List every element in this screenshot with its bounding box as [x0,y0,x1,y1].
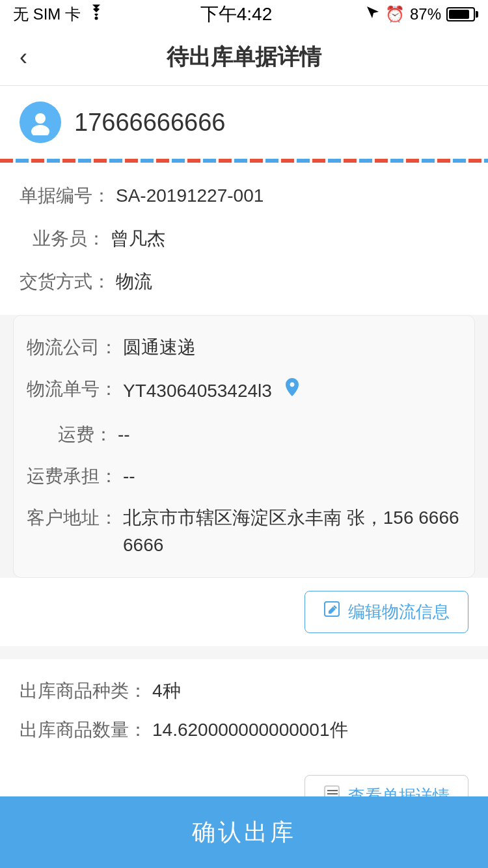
delivery-method-row: 交货方式： 物流 [20,268,468,295]
goods-types-label: 出库商品种类： [20,679,152,703]
freight-bearer-value: -- [123,463,461,490]
tracking-location-icon[interactable] [281,375,303,407]
page-content: 17666666666 单据编号： SA-20191227-001 业务员： 曾… [0,86,488,868]
svg-point-1 [35,113,46,124]
status-bar-time: 下午4:42 [200,2,273,27]
goods-types-row: 出库商品种类： 4种 [20,679,468,703]
freight-value: -- [118,421,461,448]
document-number-label: 单据编号： [20,182,116,210]
address-value: 北京市市辖区海淀区永丰南 张，156 6666 6666 [123,504,461,559]
document-number-row: 单据编号： SA-20191227-001 [20,182,468,210]
goods-quantity-value: 14.620000000000001件 [152,718,348,742]
section-gap-1 [0,646,488,659]
confirm-button[interactable]: 确认出库 [0,796,488,868]
nav-bar: ‹ 待出库单据详情 [0,29,488,86]
address-label: 客户地址： [27,504,123,532]
sales-person-label: 业务员： [20,225,111,252]
carrier-text: 无 SIM 卡 [13,4,81,25]
location-arrow-icon [366,5,380,23]
goods-quantity-row: 出库商品数量： 14.620000000000001件 [20,718,468,742]
edit-logistics-label: 编辑物流信息 [348,601,450,623]
order-info-section: 单据编号： SA-20191227-001 业务员： 曾凡杰 交货方式： 物流 [0,163,488,315]
sales-person-value: 曾凡杰 [111,225,468,252]
battery-icon [446,7,475,21]
status-bar: 无 SIM 卡 下午4:42 ⏰ 87% [0,0,488,29]
svg-point-2 [31,125,49,135]
goods-section: 出库商品种类： 4种 出库商品数量： 14.620000000000001件 [0,659,488,762]
edit-logistics-button[interactable]: 编辑物流信息 [305,591,468,633]
goods-quantity-label: 出库商品数量： [20,718,152,742]
tracking-number-row: 物流单号： YT43064053424l3 [27,375,461,407]
freight-bearer-row: 运费承担： -- [27,463,461,490]
logistics-company-value: 圆通速递 [123,334,461,361]
status-bar-right: ⏰ 87% [366,5,475,23]
status-bar-left: 无 SIM 卡 [13,4,107,25]
customer-header: 17666666666 [0,86,488,159]
delivery-method-value: 物流 [116,268,468,295]
edit-icon [323,601,342,623]
wifi-icon [86,5,107,24]
logistics-company-label: 物流公司： [27,334,123,361]
customer-phone: 17666666666 [74,109,225,137]
logistics-card: 物流公司： 圆通速递 物流单号： YT43064053424l3 运费： -- … [13,315,475,578]
freight-bearer-label: 运费承担： [27,463,123,490]
goods-types-value: 4种 [152,679,181,703]
confirm-button-label: 确认出库 [192,817,296,848]
battery-percentage: 87% [410,5,441,23]
sales-person-row: 业务员： 曾凡杰 [20,225,468,252]
alarm-icon: ⏰ [385,5,405,23]
back-button[interactable]: ‹ [20,44,27,71]
avatar [20,102,61,143]
freight-row: 运费： -- [27,421,461,448]
document-number-value: SA-20191227-001 [116,182,468,210]
logistics-company-row: 物流公司： 圆通速递 [27,334,461,361]
tracking-number-label: 物流单号： [27,375,123,403]
freight-label: 运费： [27,421,118,448]
address-row: 客户地址： 北京市市辖区海淀区永丰南 张，156 6666 6666 [27,504,461,559]
edit-logistics-row: 编辑物流信息 [0,578,488,646]
delivery-method-label: 交货方式： [20,268,116,295]
page-title: 待出库单据详情 [167,42,321,72]
svg-point-0 [95,17,98,20]
tracking-number-value: YT43064053424l3 [123,375,461,407]
